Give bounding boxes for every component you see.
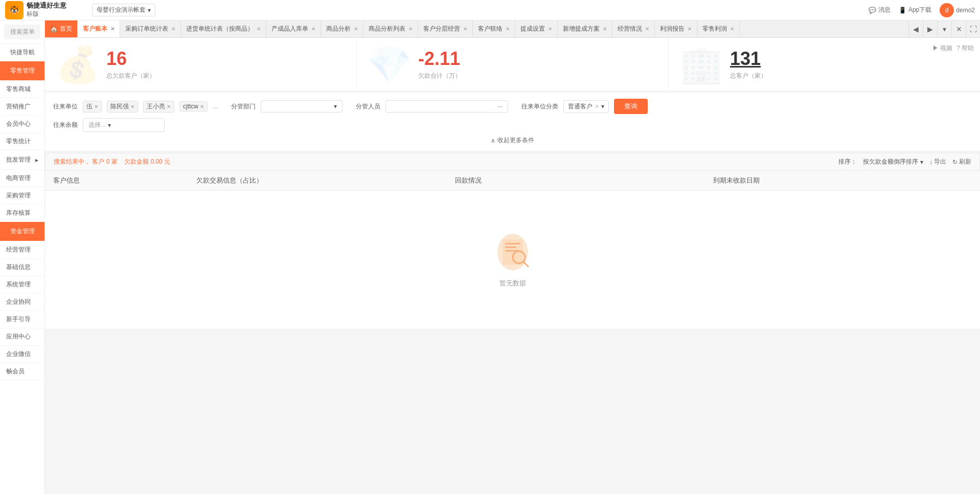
sidebar-item-retail[interactable]: 零售管理: [0, 61, 44, 81]
tab-product-analysis-list-label: 商品分析列表: [369, 25, 405, 33]
sidebar-item-app-center[interactable]: 应用中心: [0, 328, 44, 346]
tab-nav-menu[interactable]: ▾: [937, 20, 951, 38]
tab-product-analysis-list-close[interactable]: ✕: [408, 26, 413, 32]
tab-retail-profit-close[interactable]: ✕: [730, 26, 734, 32]
collapse-button[interactable]: ∧ 收起更多条件: [53, 136, 972, 145]
sidebar-item-system[interactable]: 系统管理: [0, 276, 44, 294]
chevron-down-icon: ▾: [148, 7, 151, 14]
tab-purchase-order-stats[interactable]: 采购订单统计表 ✕: [120, 20, 181, 38]
sidebar-item-vip-member[interactable]: 畅会员: [0, 363, 44, 380]
sidebar-item-basic-info[interactable]: 基础信息: [0, 259, 44, 276]
filter-tag-3-remove[interactable]: ✕: [167, 104, 171, 109]
query-button[interactable]: 查询: [614, 99, 648, 114]
filter-tag-1-remove[interactable]: ✕: [94, 104, 98, 109]
results-bar: 搜索结果中， 客户 0 家 欠款金额 0.00 元 排序： 按欠款金额倒序排序 …: [45, 153, 980, 171]
tab-operation-status[interactable]: 经营情况 ✕: [612, 20, 655, 38]
filter-area: 往来单位 伍 ✕ 陈民强 ✕ 王小亮 ✕ cjttcw: [45, 93, 980, 151]
balance-dropdown[interactable]: 选择... ▾: [83, 118, 165, 132]
tab-inbound-stats-close[interactable]: ✕: [257, 26, 261, 32]
empty-state: 暂无数据: [45, 191, 980, 329]
sidebar-item-marketing[interactable]: 营销推广: [0, 98, 44, 116]
refresh-icon: ↻: [952, 159, 958, 166]
sidebar-item-inventory[interactable]: 库存核算: [0, 205, 44, 222]
sidebar-item-member[interactable]: 会员中心: [0, 116, 44, 133]
sidebar-search-area: 搜索菜单: [0, 20, 44, 44]
tab-customer-contact-close[interactable]: ✕: [506, 26, 510, 32]
filter-tag-4-remove[interactable]: ✕: [200, 104, 204, 109]
tab-customer-segment[interactable]: 客户分层经营 ✕: [418, 20, 473, 38]
tab-product-analysis-list[interactable]: 商品分析列表 ✕: [363, 20, 418, 38]
user-menu[interactable]: d demo2: [940, 3, 975, 17]
tab-operation-status-close[interactable]: ✕: [645, 26, 649, 32]
refresh-button[interactable]: ↻ 刷新: [952, 158, 971, 166]
filter-tag-3-label: 王小亮: [147, 102, 165, 111]
tab-customer-accounts[interactable]: 客户账本 ✕: [78, 20, 120, 38]
app-download-button[interactable]: 📱 App下载: [899, 6, 931, 14]
person-dropdown[interactable]: ···: [385, 100, 508, 113]
unit-type-dropdown[interactable]: 普通客户 ✕ ▾: [563, 100, 609, 113]
tab-close-all[interactable]: ✕: [951, 20, 966, 38]
tab-product-inbound-close[interactable]: ✕: [311, 26, 315, 32]
tab-home[interactable]: 🏠 首页: [45, 20, 78, 38]
tab-promotion-settings-close[interactable]: ✕: [548, 26, 552, 32]
tab-nav-prev[interactable]: ◀: [908, 20, 923, 38]
tab-customer-contact-label: 客户联络: [478, 25, 503, 33]
tab-inbound-stats[interactable]: 进货单统计表（按商品） ✕: [181, 20, 266, 38]
empty-illustration: [487, 232, 538, 273]
tab-product-analysis[interactable]: 商品分析 ✕: [321, 20, 363, 38]
tab-promotion-settings[interactable]: 提成设置 ✕: [515, 20, 558, 38]
company-select[interactable]: 母婴行业演示帐套 ▾: [92, 4, 155, 16]
stat-card-debt-content: -2.11 欠款合计（万）: [418, 48, 461, 80]
sidebar-item-retail-store[interactable]: 零售商城: [0, 81, 44, 98]
filter-tag-1: 伍 ✕: [83, 101, 102, 113]
col-debt-info: 欠款交易信息（占比）: [196, 176, 455, 185]
tab-purchase-order-stats-label: 采购订单统计表: [125, 25, 168, 33]
dept-dropdown[interactable]: ▾: [261, 100, 343, 113]
stat-customers-label: 总欠款客户（家）: [106, 72, 155, 80]
tab-fullscreen[interactable]: ⛶: [966, 20, 980, 38]
sidebar-item-new-guide[interactable]: 新手引导: [0, 311, 44, 328]
empty-icon: [487, 232, 538, 273]
tab-customer-contact[interactable]: 客户联络 ✕: [473, 20, 515, 38]
tab-new-promotion-plan[interactable]: 新增提成方案 ✕: [558, 20, 612, 38]
filter-more-units[interactable]: ...: [213, 103, 218, 110]
tab-customer-segment-close[interactable]: ✕: [463, 26, 467, 32]
tab-profit-report[interactable]: 利润报告 ✕: [655, 20, 697, 38]
unit-type-clear[interactable]: ✕: [595, 103, 599, 110]
sort-select[interactable]: 按欠款金额倒序排序 ▾: [863, 158, 923, 166]
sidebar-item-retail-stats[interactable]: 零售统计: [0, 133, 44, 150]
tab-purchase-order-stats-close[interactable]: ✕: [171, 26, 175, 32]
page-content: 💰 16 总欠款客户（家） 💎 -2.11 欠款合计（万） 🏢: [45, 38, 980, 494]
video-button[interactable]: ▶ 视频: [932, 44, 952, 53]
sidebar-item-enterprise[interactable]: 企业协同: [0, 294, 44, 311]
quick-nav-button[interactable]: 快捷导航: [0, 44, 44, 61]
export-button[interactable]: ↓ 导出: [929, 158, 946, 166]
message-button[interactable]: 💬 消息: [869, 6, 891, 14]
tab-retail-profit-label: 零售利润: [702, 25, 727, 33]
stat-card-total-clients: 🏢 131 总客户（家） ▶ 视频 ? 帮助: [669, 38, 980, 91]
unit-type-filter-label: 往来单位分类: [521, 102, 558, 111]
tab-retail-profit[interactable]: 零售利润 ✕: [697, 20, 740, 38]
sidebar-item-wholesale[interactable]: 批发管理 ▸: [0, 150, 44, 170]
tab-product-analysis-close[interactable]: ✕: [354, 26, 358, 32]
stat-card-debt: 💎 -2.11 欠款合计（万）: [357, 38, 669, 91]
sidebar-item-ecommerce[interactable]: 电商管理: [0, 170, 44, 187]
sidebar-item-operation[interactable]: 经营管理: [0, 241, 44, 259]
filter-tag-2-label: 陈民强: [110, 102, 129, 111]
tab-profit-report-close[interactable]: ✕: [688, 26, 692, 32]
results-debt-unit: 元: [164, 158, 170, 165]
filter-tag-2-remove[interactable]: ✕: [130, 104, 134, 109]
sidebar-item-enterprise-wechat[interactable]: 企业微信: [0, 346, 44, 363]
tab-operation-status-label: 经营情况: [618, 25, 642, 33]
tab-nav-next[interactable]: ▶: [923, 20, 937, 38]
search-menu-button[interactable]: 搜索菜单: [4, 25, 40, 39]
chevron-up-icon: ∧: [491, 137, 495, 144]
tab-product-inbound[interactable]: 产成品入库单 ✕: [266, 20, 321, 38]
help-button[interactable]: ? 帮助: [956, 44, 974, 53]
tab-customer-segment-label: 客户分层经营: [423, 25, 460, 33]
tab-customer-accounts-close[interactable]: ✕: [110, 26, 115, 32]
sidebar-item-purchase[interactable]: 采购管理: [0, 187, 44, 205]
tab-new-promotion-plan-close[interactable]: ✕: [603, 26, 607, 32]
sidebar-item-finance[interactable]: 资金管理: [0, 222, 44, 241]
svg-rect-3: [505, 246, 516, 248]
